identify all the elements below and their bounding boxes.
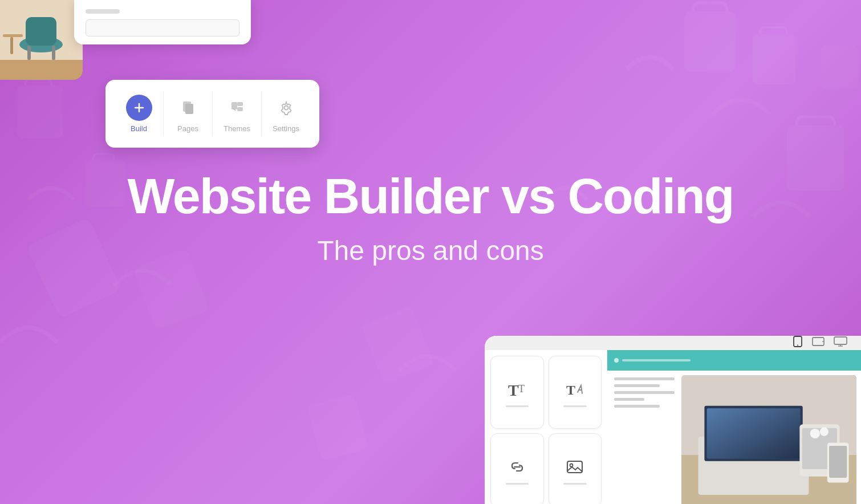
svg-rect-22 <box>232 102 237 109</box>
svg-rect-0 <box>684 11 736 71</box>
tool-card-text-edit[interactable]: T <box>549 356 602 429</box>
svg-rect-7 <box>361 306 434 384</box>
mobile-device-icon[interactable] <box>793 336 803 350</box>
svg-text:T: T <box>518 383 525 395</box>
website-preview <box>607 350 861 504</box>
build-icon-circle <box>126 95 152 121</box>
svg-point-28 <box>797 345 798 346</box>
nav-label-build: Build <box>131 124 147 133</box>
svg-rect-16 <box>3 34 23 37</box>
text-edit-icon: T <box>565 381 584 401</box>
preview-image-area <box>681 375 856 504</box>
svg-rect-6 <box>307 394 368 462</box>
svg-rect-24 <box>237 107 243 111</box>
preview-line-4 <box>614 398 644 401</box>
svg-rect-17 <box>10 37 13 54</box>
search-hint-line <box>86 9 120 14</box>
link-icon <box>507 458 527 478</box>
tool-underline <box>506 405 529 407</box>
svg-rect-1 <box>753 34 795 84</box>
preview-body <box>607 371 861 504</box>
tool-underline <box>563 405 587 407</box>
tool-card-image[interactable] <box>549 433 602 504</box>
bottom-right-panel: T T T <box>485 336 861 504</box>
svg-point-26 <box>284 106 288 110</box>
svg-rect-10 <box>0 57 83 80</box>
svg-rect-3 <box>821 46 858 88</box>
svg-rect-36 <box>567 461 582 473</box>
nav-item-themes[interactable]: Themes <box>213 91 262 136</box>
svg-rect-43 <box>707 408 801 458</box>
preview-text-area <box>607 371 681 504</box>
svg-point-49 <box>820 428 828 436</box>
preview-line-1 <box>614 377 675 380</box>
hero-background: Build Pages Themes <box>0 0 861 504</box>
headline-section: Website Builder vs Coding The pros and c… <box>0 171 861 266</box>
top-left-photo <box>0 0 83 80</box>
svg-point-30 <box>822 341 823 342</box>
svg-rect-21 <box>185 104 193 114</box>
preview-header <box>607 350 861 371</box>
large-text-icon: T T <box>507 381 527 401</box>
tools-panel: T T T <box>485 350 607 504</box>
headline-subtitle: The pros and cons <box>34 235 827 266</box>
tool-card-large-text[interactable]: T T <box>490 356 544 429</box>
preview-dot <box>614 358 619 363</box>
preview-url-bar <box>622 359 691 361</box>
nav-label-pages: Pages <box>177 124 198 133</box>
svg-text:T: T <box>566 383 575 397</box>
svg-rect-15 <box>52 46 55 60</box>
svg-text:T: T <box>508 381 519 398</box>
pages-icon <box>175 95 201 121</box>
nav-item-settings[interactable]: Settings <box>262 91 310 136</box>
chair-illustration <box>0 0 83 80</box>
preview-line-5 <box>614 405 660 408</box>
panel-content: T T T <box>485 350 861 504</box>
preview-line-2 <box>614 384 660 387</box>
settings-icon <box>273 95 299 121</box>
top-search-panel <box>74 0 251 44</box>
tool-card-link[interactable] <box>490 433 544 504</box>
preview-line-3 <box>614 391 675 394</box>
preview-img-svg <box>681 375 856 504</box>
nav-label-settings: Settings <box>273 124 299 133</box>
svg-point-37 <box>570 464 573 466</box>
svg-point-48 <box>810 429 820 438</box>
tool-underline <box>563 483 587 485</box>
themes-icon <box>224 95 250 121</box>
preview-image-mock <box>681 375 856 504</box>
tablet-device-icon[interactable] <box>812 336 825 349</box>
nav-item-pages[interactable]: Pages <box>164 91 213 136</box>
svg-rect-13 <box>26 17 56 46</box>
nav-item-build[interactable]: Build <box>115 91 164 136</box>
svg-rect-47 <box>829 446 847 478</box>
svg-rect-23 <box>237 102 243 106</box>
svg-rect-14 <box>27 46 31 60</box>
device-selector-bar <box>485 336 861 350</box>
headline-title: Website Builder vs Coding <box>34 171 827 221</box>
svg-rect-31 <box>834 337 847 344</box>
search-bar-mock <box>86 19 239 36</box>
tool-underline <box>506 483 529 485</box>
nav-label-themes: Themes <box>224 124 250 133</box>
svg-rect-8 <box>17 86 63 138</box>
nav-panel: Build Pages Themes <box>105 80 319 148</box>
image-icon <box>565 458 584 478</box>
desktop-device-icon[interactable] <box>834 336 847 349</box>
